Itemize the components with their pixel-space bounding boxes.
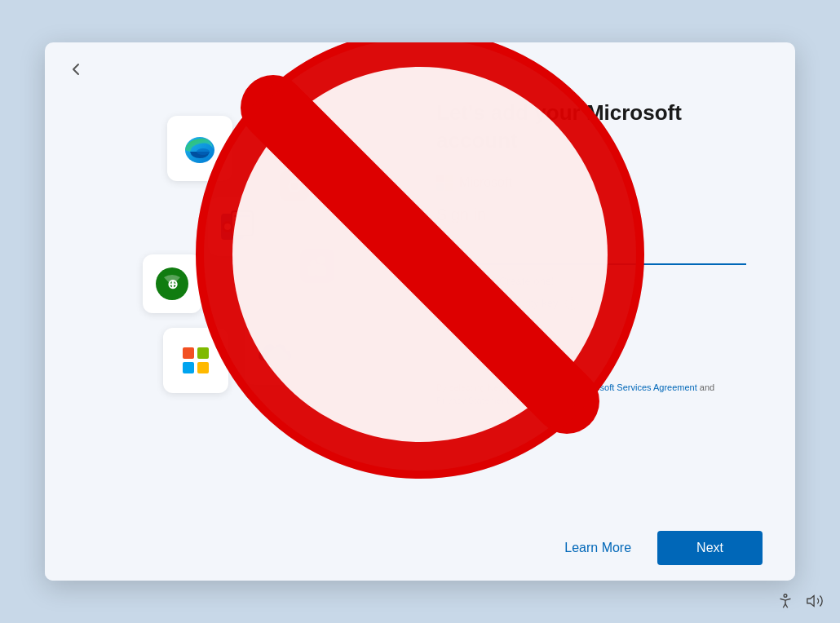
bottom-buttons-bar: Learn More Next bbox=[45, 515, 795, 581]
dialog-title: Let's add your Microsoft account bbox=[436, 99, 746, 155]
svg-rect-21 bbox=[197, 362, 209, 373]
svg-rect-20 bbox=[183, 362, 194, 373]
onedrive-icon-card bbox=[245, 320, 310, 385]
xbox-icon-card: ⊕ bbox=[143, 254, 201, 313]
create-account-link[interactable]: Create one! bbox=[499, 275, 555, 287]
ms-logo-red bbox=[436, 175, 444, 182]
svg-rect-8 bbox=[234, 219, 245, 221]
signin-label: Sign in bbox=[436, 205, 746, 224]
svg-marker-28 bbox=[807, 596, 814, 607]
teams-icon-card bbox=[290, 238, 345, 294]
email-input[interactable] bbox=[436, 237, 746, 265]
ms-logo-yellow bbox=[445, 183, 453, 191]
microsoft-label: Microsoft bbox=[459, 175, 512, 190]
sign-in-with-key-link[interactable]: Sign in with a security key bbox=[436, 297, 559, 309]
store-icon-card bbox=[163, 328, 228, 393]
microsoft-logo bbox=[436, 175, 453, 191]
sound-icon[interactable] bbox=[806, 592, 824, 610]
svg-rect-18 bbox=[183, 347, 194, 359]
dialog-window: O bbox=[45, 42, 795, 581]
edge-icon-card bbox=[167, 116, 232, 181]
ms-logo-blue bbox=[436, 183, 444, 191]
terms-text: By selecting Next, you agree to the Micr… bbox=[436, 381, 746, 408]
svg-rect-19 bbox=[197, 347, 209, 359]
svg-text:⊕: ⊕ bbox=[167, 277, 178, 291]
accessibility-icon[interactable] bbox=[776, 592, 794, 610]
svg-point-14 bbox=[310, 260, 316, 267]
svg-text:O: O bbox=[287, 176, 301, 197]
taskbar-icons bbox=[776, 592, 824, 610]
next-button[interactable]: Next bbox=[657, 531, 763, 565]
learn-more-button[interactable]: Learn More bbox=[548, 532, 648, 563]
sign-in-options-row: Sign in with a security key ? bbox=[436, 297, 746, 310]
app-icons-panel: O bbox=[94, 108, 355, 499]
outlook-icon-card bbox=[208, 197, 267, 256]
email-input-wrapper bbox=[436, 237, 746, 265]
svg-point-27 bbox=[784, 594, 787, 598]
back-button[interactable] bbox=[63, 59, 91, 84]
svg-rect-9 bbox=[234, 223, 247, 225]
help-icon[interactable]: ? bbox=[565, 297, 578, 310]
privacy-link[interactable]: Privacy Statement bbox=[436, 395, 509, 405]
svg-point-11 bbox=[224, 223, 231, 230]
office-icon-card: O bbox=[265, 157, 324, 215]
microsoft-logo-row: Microsoft bbox=[436, 175, 746, 191]
terms-link1[interactable]: Microsoft Services Agreement bbox=[578, 382, 697, 392]
svg-point-13 bbox=[317, 256, 325, 264]
no-account-text: No account? Create one! bbox=[436, 275, 746, 287]
ms-logo-green bbox=[445, 175, 453, 182]
svg-point-1 bbox=[197, 148, 210, 155]
sign-in-options-link[interactable]: Sign-in options bbox=[436, 320, 746, 332]
svg-rect-7 bbox=[234, 215, 250, 217]
sign-in-panel: Let's add your Microsoft account Microso… bbox=[436, 99, 746, 408]
